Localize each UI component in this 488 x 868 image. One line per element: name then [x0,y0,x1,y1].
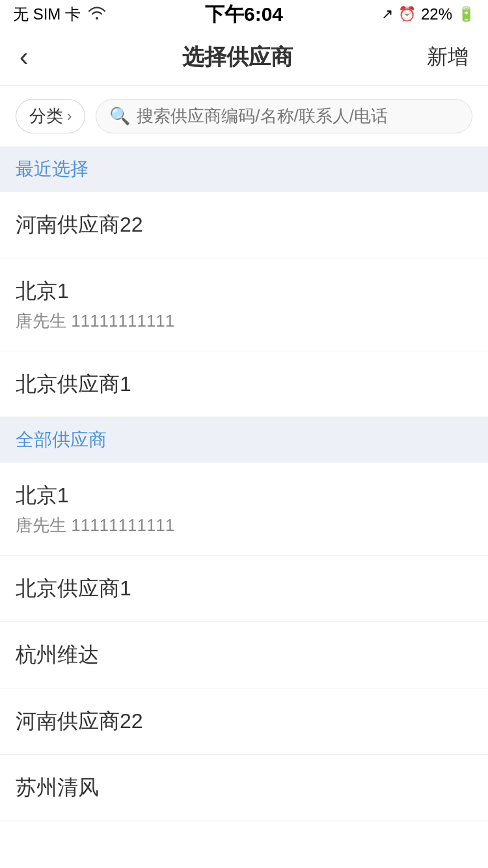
back-button[interactable]: ‹ [20,42,59,72]
location-icon: ↗ [381,6,393,23]
item-name: 河南供应商22 [16,707,472,736]
filter-bar: 分类 › 🔍 [0,86,488,146]
list-item[interactable]: 北京供应商1 [0,351,488,418]
battery-text: 22% [421,5,452,23]
add-new-button[interactable]: 新增 [416,43,468,72]
status-right: ↗ ⏰ 22% 🔋 [381,5,475,23]
item-name: 杭州维达 [16,640,472,670]
recent-list: 河南供应商22北京1唐先生 11111111111北京供应商1 [0,192,488,417]
status-bar: 无 SIM 卡 下午6:04 ↗ ⏰ 22% 🔋 [0,0,488,29]
search-icon: 🔍 [109,106,130,126]
category-label: 分类 [29,105,63,128]
recent-section-header: 最近选择 [0,146,488,192]
list-item[interactable]: 北京1唐先生 11111111111 [0,258,488,351]
list-item[interactable]: 北京1唐先生 11111111111 [0,463,488,556]
status-left: 无 SIM 卡 [13,4,107,25]
page-title: 选择供应商 [59,42,416,72]
list-item[interactable]: 苏州清风 [0,755,488,821]
alarm-icon: ⏰ [398,6,416,23]
search-input[interactable] [137,106,459,126]
search-box[interactable]: 🔍 [96,99,472,133]
list-item[interactable]: 杭州维达 [0,622,488,688]
battery-icon: 🔋 [457,6,475,23]
all-section-header: 全部供应商 [0,417,488,463]
list-item[interactable]: 河南供应商22 [0,688,488,755]
chevron-right-icon: › [67,108,72,125]
no-sim-text: 无 SIM 卡 [13,4,81,25]
item-name: 北京1 [16,277,472,306]
status-time: 下午6:04 [205,1,283,28]
item-name: 河南供应商22 [16,210,472,239]
item-name: 苏州清风 [16,773,472,802]
item-contact: 唐先生 11111111111 [16,310,472,332]
item-name: 北京供应商1 [16,370,472,399]
item-name: 北京1 [16,481,472,510]
nav-bar: ‹ 选择供应商 新增 [0,29,488,86]
item-contact: 唐先生 11111111111 [16,514,472,537]
all-list: 北京1唐先生 11111111111北京供应商1杭州维达河南供应商22苏州清风 [0,463,488,821]
category-button[interactable]: 分类 › [16,99,85,133]
list-item[interactable]: 北京供应商1 [0,556,488,622]
wifi-icon [87,5,107,23]
list-item[interactable]: 河南供应商22 [0,192,488,258]
item-name: 北京供应商1 [16,574,472,603]
